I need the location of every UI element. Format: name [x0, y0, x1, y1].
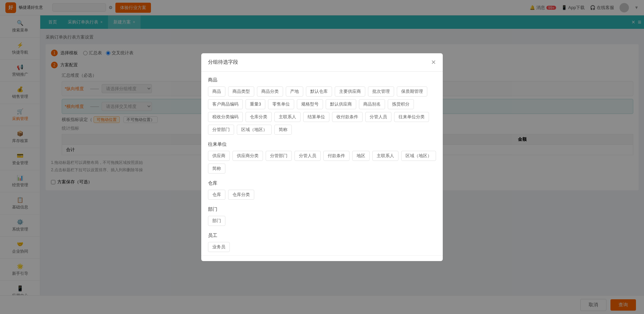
- section-title-partner: 往来单位: [208, 141, 436, 147]
- field-tag[interactable]: 商品别名: [359, 99, 385, 109]
- field-tag[interactable]: 仓库: [208, 190, 225, 200]
- field-tag[interactable]: 客户商品编码: [208, 99, 243, 109]
- field-tag[interactable]: 默认仓库: [306, 86, 332, 97]
- modal-overlay: 分组待选字段 ✕ 商品 商品 商品类型 商品分类 产地 默认仓库 主要供应商 批…: [0, 0, 644, 314]
- field-tags-partner: 供应商 供应商分类 分管部门 分管人员 付款条件 地区 主联系人 区域（地区） …: [208, 151, 436, 174]
- field-tag[interactable]: 简称: [208, 164, 225, 174]
- field-tag[interactable]: 往来单位分类: [394, 112, 429, 122]
- section-title-warehouse: 仓库: [208, 180, 436, 186]
- field-tag[interactable]: 付款条件: [323, 151, 350, 161]
- field-tag[interactable]: 供应商分类: [232, 151, 263, 161]
- field-tag[interactable]: 分管部门: [266, 151, 292, 161]
- field-tag[interactable]: 供应商: [208, 151, 230, 161]
- field-tag[interactable]: 商品: [208, 86, 225, 97]
- field-section-department: 部门 部门: [208, 206, 436, 226]
- modal: 分组待选字段 ✕ 商品 商品 商品类型 商品分类 产地 默认仓库 主要供应商 批…: [201, 53, 443, 261]
- field-tag[interactable]: 简称: [274, 125, 292, 135]
- section-title-goods: 商品: [208, 77, 436, 83]
- field-tag[interactable]: 仓库分类: [246, 112, 272, 122]
- field-tag[interactable]: 业务员: [208, 242, 230, 252]
- field-tag[interactable]: 分管人员: [365, 112, 391, 122]
- modal-header: 分组待选字段 ✕: [201, 53, 443, 72]
- field-tag[interactable]: 地区: [352, 151, 370, 161]
- field-tag[interactable]: 税收分类编码: [208, 112, 243, 122]
- field-tag[interactable]: 分管部门: [208, 125, 234, 135]
- field-section-warehouse: 仓库 仓库 仓库分类: [208, 180, 436, 200]
- modal-body: 商品 商品 商品类型 商品分类 产地 默认仓库 主要供应商 批次管理 保质期管理…: [201, 72, 443, 255]
- field-tag[interactable]: 分管人员: [294, 151, 321, 161]
- field-tag[interactable]: 拣货积分: [388, 99, 414, 109]
- field-section-employee: 员工 业务员: [208, 233, 436, 252]
- section-title-department: 部门: [208, 206, 436, 212]
- modal-hscroll[interactable]: [201, 255, 443, 261]
- field-tags-warehouse: 仓库 仓库分类: [208, 190, 436, 200]
- field-tag[interactable]: 收付款条件: [332, 112, 363, 122]
- section-title-employee: 员工: [208, 233, 436, 239]
- field-tags-goods: 商品 商品类型 商品分类 产地 默认仓库 主要供应商 批次管理 保质期管理 客户…: [208, 86, 436, 135]
- field-tag[interactable]: 默认供应商: [326, 99, 356, 109]
- field-tag[interactable]: 批次管理: [368, 86, 394, 97]
- field-tag[interactable]: 商品分类: [257, 86, 283, 97]
- field-tag[interactable]: 区域（地区）: [401, 151, 436, 161]
- field-tags-employee: 业务员: [208, 242, 436, 252]
- field-tag[interactable]: 仓库分类: [228, 190, 254, 200]
- field-tag[interactable]: 部门: [208, 216, 225, 226]
- field-tag[interactable]: 零售单位: [268, 99, 294, 109]
- field-tag[interactable]: 结算单位: [303, 112, 329, 122]
- field-section-goods: 商品 商品 商品类型 商品分类 产地 默认仓库 主要供应商 批次管理 保质期管理…: [208, 77, 436, 135]
- field-tag[interactable]: 商品类型: [228, 86, 254, 97]
- field-tag[interactable]: 产地: [286, 86, 303, 97]
- field-tags-department: 部门: [208, 216, 436, 226]
- field-section-partner: 往来单位 供应商 供应商分类 分管部门 分管人员 付款条件 地区 主联系人 区域…: [208, 141, 436, 174]
- modal-close-button[interactable]: ✕: [431, 59, 436, 66]
- field-tag[interactable]: 重量3: [246, 99, 265, 109]
- field-tag[interactable]: 主要供应商: [335, 86, 365, 97]
- modal-title: 分组待选字段: [208, 59, 238, 65]
- field-tag[interactable]: 规格型号: [297, 99, 323, 109]
- field-tag[interactable]: 区域（地区）: [237, 125, 272, 135]
- field-tag[interactable]: 主联系人: [274, 112, 301, 122]
- field-tag[interactable]: 主联系人: [372, 151, 398, 161]
- field-tag[interactable]: 保质期管理: [397, 86, 427, 97]
